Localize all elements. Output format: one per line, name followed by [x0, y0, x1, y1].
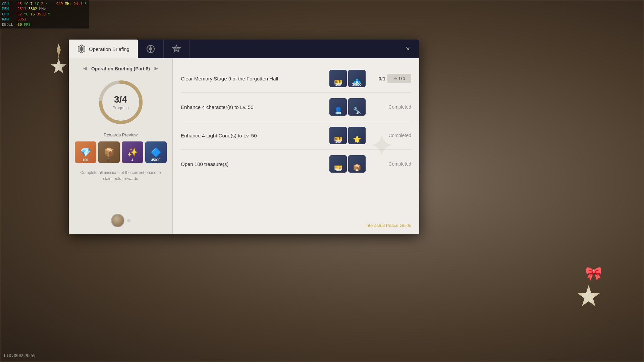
mission-desc-1: Enhance 4 character(s) to Lv. 50: [181, 104, 324, 111]
avatar: [111, 214, 124, 227]
tab-bar: Operation Briefing: [69, 40, 419, 58]
left-panel: ◄ Operation Briefing (Part 8) ► 3/4 Prog…: [69, 58, 173, 234]
reward-count-2: 4: [131, 158, 133, 162]
tab-label-operation-briefing: Operation Briefing: [89, 46, 129, 52]
mission-reward-item-0-1: 💠 30000: [348, 70, 366, 87]
deco-left: [50, 44, 67, 75]
deco-right-flower: [577, 285, 600, 308]
mission-rewards-1: 👤 100 🔧 3: [329, 98, 366, 116]
rewards-preview-row: 💎 100 📦 1 ✨ 4 🔷 45000: [75, 141, 167, 163]
part-navigation: ◄ Operation Briefing (Part 8) ►: [82, 65, 159, 72]
tab2-icon: [146, 44, 155, 54]
mission-reward-item-0-0: 🎫 100: [329, 70, 347, 87]
status-go-0: 0/1 ➜ Go: [371, 74, 411, 83]
dialog-body: ◄ Operation Briefing (Part 8) ► 3/4 Prog…: [69, 58, 419, 234]
mission-rewards-2: 🎫 100 ⭐ 4: [329, 127, 366, 144]
status-completed-2: Completed: [388, 133, 411, 138]
operation-briefing-icon: [77, 44, 86, 54]
tab-3[interactable]: [164, 40, 190, 58]
reward-item-0: 💎 100: [75, 141, 96, 163]
right-panel: ✦ Clear Memory Stage 9 of the Forgotten …: [173, 58, 419, 234]
progress-value: 3/4: [114, 94, 127, 105]
guide-link[interactable]: Interastral Peace Guide: [173, 220, 419, 231]
status-count-0: 0/1: [378, 76, 385, 81]
status-completed-3: Completed: [388, 161, 411, 167]
mission-row-3: Open 100 treasure(s) 🎫 100 📦 4 Completed: [181, 150, 411, 178]
mission-reward-item-1-0: 👤 100: [329, 98, 347, 116]
mission-reward-count-2-1: 4: [348, 140, 366, 143]
progress-label: Progress: [112, 106, 128, 110]
reward-count-3: 45000: [151, 158, 161, 162]
close-button[interactable]: ×: [402, 43, 414, 55]
reward-count-1: 1: [108, 158, 110, 162]
reward-icon-0: 💎: [80, 147, 91, 158]
mission-reward-item-1-1: 🔧 3: [348, 98, 366, 116]
status-completed-1: Completed: [388, 104, 411, 110]
mission-reward-count-3-0: 100: [329, 168, 347, 172]
mission-desc-3: Open 100 treasure(s): [181, 161, 324, 168]
mission-reward-count-0-0: 100: [329, 83, 347, 86]
mission-reward-item-3-1: 📦 4: [348, 155, 366, 173]
mission-reward-count-1-0: 100: [329, 111, 347, 115]
rewards-preview-label: Rewards Preview: [104, 132, 138, 137]
svg-point-6: [149, 47, 152, 51]
mission-reward-count-0-1: 30000: [348, 83, 366, 86]
reward-icon-3: 🔷: [151, 147, 161, 158]
mission-reward-count-1-1: 3: [348, 111, 366, 115]
mission-row-2: Enhance 4 Light Cone(s) to Lv. 50 🎫 100 …: [181, 121, 411, 150]
mission-row-0: Clear Memory Stage 9 of the Forgotten Ha…: [181, 64, 411, 93]
mission-status-3: Completed: [371, 161, 411, 167]
reward-item-2: ✨ 4: [122, 141, 143, 163]
uid-label: UID:800229559: [4, 353, 36, 358]
mission-reward-item-2-1: ⭐ 4: [348, 127, 366, 144]
mission-status-2: Completed: [371, 132, 411, 138]
mission-rewards-3: 🎫 100 📦 4: [329, 155, 366, 173]
mission-status-0: 0/1 ➜ Go: [371, 74, 411, 83]
mission-reward-count-3-1: 4: [348, 168, 366, 172]
dot-indicator: [127, 219, 130, 222]
reward-icon-1: 📦: [104, 147, 114, 158]
hud-overlay: GPU 45°C 7°C 2· 949 MHz 24.1° MEM 2511 3…: [0, 0, 89, 28]
tab-2[interactable]: [138, 40, 164, 58]
operation-briefing-dialog: Operation Briefing: [69, 40, 419, 234]
rewards-info-text: Complete all missions of the current pha…: [74, 170, 167, 182]
go-button-0[interactable]: ➜ Go: [387, 74, 411, 83]
progress-circle: 3/4 Progress: [97, 79, 144, 126]
mission-status-1: Completed: [371, 104, 411, 110]
avatar-area: [111, 214, 130, 227]
tab-operation-briefing[interactable]: Operation Briefing: [69, 40, 138, 58]
deco-creature: 🎀: [585, 266, 602, 282]
mission-row-1: Enhance 4 character(s) to Lv. 50 👤 100 🔧…: [181, 93, 411, 121]
go-label-0: Go: [399, 76, 405, 81]
reward-icon-2: ✨: [127, 147, 138, 158]
part-label: Operation Briefing (Part 8): [91, 66, 150, 71]
reward-item-3: 🔷 45000: [145, 141, 167, 163]
mission-reward-item-3-0: 🎫 100: [329, 155, 347, 173]
reward-item-1: 📦 1: [98, 141, 120, 163]
tab3-icon: [172, 44, 181, 54]
mission-reward-count-2-0: 100: [329, 140, 347, 143]
briefing-tab-svg: [77, 44, 86, 54]
mission-reward-item-2-0: 🎫 100: [329, 127, 347, 144]
mission-rewards-0: 🎫 100 💠 30000: [329, 70, 366, 87]
missions-list: Clear Memory Stage 9 of the Forgotten Ha…: [173, 62, 419, 220]
next-part-button[interactable]: ►: [153, 65, 159, 72]
mission-desc-0: Clear Memory Stage 9 of the Forgotten Ha…: [181, 75, 324, 82]
reward-count-0: 100: [83, 158, 88, 162]
mission-desc-2: Enhance 4 Light Cone(s) to Lv. 50: [181, 132, 324, 139]
prev-part-button[interactable]: ◄: [82, 65, 88, 72]
